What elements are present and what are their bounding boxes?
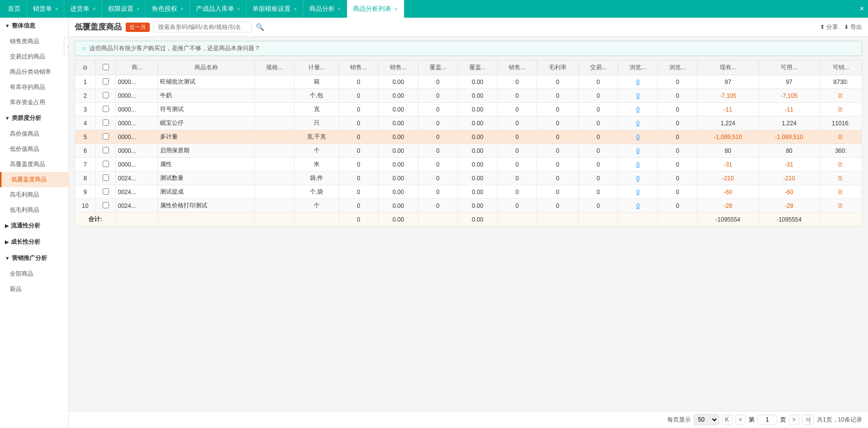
product-name[interactable]: 多计量	[158, 130, 255, 144]
first-page-button[interactable]: K	[722, 415, 732, 425]
browse1[interactable]: 0	[618, 158, 658, 171]
product-name[interactable]: 旺铺批次测试	[158, 75, 255, 89]
sidebar-item-high-value[interactable]: 高价值商品	[0, 126, 68, 142]
sidebar-item-traded-goods[interactable]: 交易过的商品	[0, 49, 68, 64]
product-name[interactable]: 眠宝公仔	[158, 116, 255, 130]
nav-tab-purchase[interactable]: 进货单 ×	[64, 0, 102, 18]
sidebar-item-low-coverage[interactable]: 低覆盖度商品	[0, 172, 68, 187]
close-icon[interactable]: ×	[55, 6, 58, 12]
export-button[interactable]: ⬇ 导出	[844, 23, 862, 31]
code-col-header[interactable]: 商...	[116, 60, 158, 75]
sidebar-collapse-button[interactable]: «	[64, 37, 69, 55]
browse1[interactable]: 0	[618, 144, 658, 158]
nav-tab-role[interactable]: 角色授权 ×	[146, 0, 190, 18]
product-name[interactable]: 符号测试	[158, 103, 255, 116]
row-checkbox[interactable]	[103, 161, 109, 167]
browse1[interactable]: 0	[618, 130, 658, 144]
next-page-button[interactable]: >	[789, 415, 799, 425]
sidebar-item-low-margin[interactable]: 低毛利商品	[0, 202, 68, 218]
cover2-col-header[interactable]: 覆盖...	[458, 60, 497, 75]
product-name[interactable]: 测试数量	[158, 171, 255, 185]
product-name[interactable]: 属性价格打印测试	[158, 199, 255, 213]
row-checkbox[interactable]	[103, 78, 109, 85]
browse1-col-header[interactable]: 浏览...	[618, 60, 658, 75]
sidebar-section-growth[interactable]: ▶ 成长性分析	[0, 234, 68, 250]
share-button[interactable]: ⬆ 分享	[820, 23, 838, 31]
row-checkbox[interactable]	[103, 92, 109, 98]
page-size-select[interactable]: 50 100 200	[694, 414, 719, 425]
close-icon[interactable]: ×	[180, 6, 183, 12]
sidebar-item-category-rate[interactable]: 商品分类动销率	[0, 64, 68, 80]
name-col-header[interactable]: 商品名称	[158, 60, 255, 75]
sales-amt-col-header[interactable]: 销售...	[379, 60, 418, 75]
sidebar-section-cluster[interactable]: ▼ 类群度分析	[0, 110, 68, 126]
nav-tab-sales[interactable]: 销货单 ×	[27, 0, 64, 18]
browse1[interactable]: 0	[618, 89, 658, 103]
browse1[interactable]: 0	[618, 199, 658, 213]
sidebar-item-low-value[interactable]: 低价值商品	[0, 142, 68, 157]
settings-icon[interactable]: ⚙	[82, 64, 88, 71]
sidebar-item-high-margin[interactable]: 高毛利商品	[0, 187, 68, 202]
close-icon[interactable]: ×	[294, 6, 297, 12]
nav-tab-home[interactable]: 首页	[2, 0, 27, 18]
browse1[interactable]: 0	[618, 171, 658, 185]
product-name[interactable]: 测试提成	[158, 185, 255, 199]
row-checkbox[interactable]	[103, 133, 109, 140]
close-icon[interactable]: ×	[136, 6, 139, 12]
sidebar-item-sales-goods[interactable]: 销售类商品	[0, 34, 68, 49]
row-checkbox[interactable]	[103, 174, 109, 181]
trade-col-header[interactable]: 交易...	[578, 60, 618, 75]
nav-tab-production[interactable]: 产成品入库单 ×	[190, 0, 246, 18]
row-checkbox[interactable]	[103, 147, 109, 153]
nav-tab-permission[interactable]: 权限设置 ×	[102, 0, 146, 18]
select-all-checkbox[interactable]	[103, 64, 109, 70]
last-page-button[interactable]: >|	[802, 415, 814, 425]
checkbox-col-header[interactable]	[95, 60, 115, 75]
cover1: 0	[418, 116, 458, 130]
browse1[interactable]: 0	[618, 185, 658, 199]
prev-page-button[interactable]: <	[735, 415, 746, 425]
gross-rate-col-header[interactable]: 毛利率	[537, 60, 578, 75]
product-name[interactable]: 牛奶	[158, 89, 255, 103]
search-icon[interactable]: 🔍	[256, 23, 264, 31]
browse1[interactable]: 0	[618, 116, 658, 130]
unit-col-header[interactable]: 计量...	[294, 60, 339, 75]
browse1[interactable]: 0	[618, 75, 658, 89]
page-number-input[interactable]	[758, 415, 777, 425]
row-checkbox[interactable]	[103, 106, 109, 112]
sidebar-item-new-goods[interactable]: 新品	[0, 282, 68, 297]
sales-qty-col-header[interactable]: 销售...	[339, 60, 379, 75]
close-icon[interactable]: ×	[92, 6, 95, 12]
available-col-header[interactable]: 可用...	[759, 60, 820, 75]
nav-tab-template[interactable]: 单据模板设置 ×	[246, 0, 303, 18]
settings-col-header[interactable]: ⚙	[75, 60, 96, 75]
sidebar-item-in-stock[interactable]: 有库存的商品	[0, 80, 68, 95]
current-col-header[interactable]: 现有...	[697, 60, 759, 75]
cover1-col-header[interactable]: 覆盖...	[418, 60, 458, 75]
search-input[interactable]	[154, 22, 252, 32]
sidebar-section-flow[interactable]: ▶ 流通性分析	[0, 218, 68, 234]
period-button[interactable]: 近一月	[126, 23, 150, 32]
browse2-col-header[interactable]: 浏览...	[658, 60, 698, 75]
row-checkbox[interactable]	[103, 188, 109, 195]
product-name[interactable]: 启用保质期	[158, 144, 255, 158]
sidebar-section-overall[interactable]: ▼ 整体信息	[0, 18, 68, 34]
sidebar-item-high-coverage[interactable]: 高覆盖度商品	[0, 157, 68, 172]
close-icon[interactable]: ×	[394, 6, 397, 12]
close-all-button[interactable]: ×	[860, 4, 864, 13]
row-checkbox[interactable]	[103, 119, 109, 126]
sales2-col-header[interactable]: 销售...	[497, 60, 537, 75]
row-checkbox[interactable]	[103, 202, 109, 208]
browse1[interactable]: 0	[618, 103, 658, 116]
nav-tab-analysis[interactable]: 商品分析 ×	[303, 0, 347, 18]
spec-col-header[interactable]: 规格...	[255, 60, 295, 75]
sidebar-section-marketing[interactable]: ▼ 营销推广分析	[0, 250, 68, 266]
product-name[interactable]: 属性	[158, 158, 255, 171]
sidebar-item-capital[interactable]: 库存资金占用	[0, 95, 68, 110]
close-icon[interactable]: ×	[237, 6, 240, 12]
close-icon[interactable]: ×	[338, 6, 341, 12]
sellable-col-header[interactable]: 可销...	[820, 60, 862, 75]
table-container[interactable]: ⚙ 商... 商品名称 规格... 计量... 销售... 销售... 覆盖..…	[75, 60, 862, 411]
sidebar-item-all-goods[interactable]: 全部商品	[0, 266, 68, 282]
nav-tab-analysis-list[interactable]: 商品分析列表 ×	[347, 0, 404, 18]
